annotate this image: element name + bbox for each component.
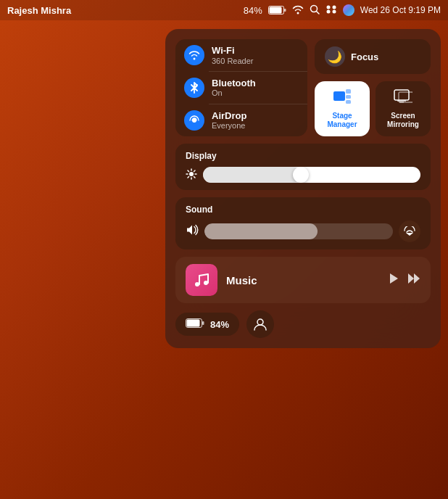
- brightness-fill: [203, 167, 301, 183]
- svg-rect-10: [333, 91, 345, 101]
- sound-section: Sound: [175, 197, 431, 249]
- bluetooth-item[interactable]: Bluetooth On: [175, 72, 307, 104]
- battery-icon: [268, 6, 286, 15]
- bluetooth-sub: On: [212, 88, 256, 98]
- battery-percentage: 84%: [244, 5, 262, 16]
- svg-rect-34: [187, 320, 200, 327]
- svg-line-23: [188, 170, 189, 172]
- bluetooth-text: Bluetooth On: [212, 78, 256, 99]
- brightness-slider[interactable]: [203, 167, 420, 183]
- focus-icon: 🌙: [325, 46, 345, 67]
- datetime: Wed 26 Oct 9:19 PM: [360, 5, 441, 15]
- svg-line-24: [194, 176, 196, 178]
- stage-manager-button[interactable]: StageManager: [315, 81, 370, 136]
- brightness-thumb: [293, 167, 309, 183]
- menubar-left: Rajesh Mishra: [7, 5, 71, 16]
- volume-icon: [186, 224, 199, 239]
- connectivity-block: Wi-Fi 360 Reader Bluetooth On: [175, 39, 307, 136]
- battery-widget-icon: [186, 318, 204, 330]
- svg-point-5: [326, 5, 330, 9]
- focus-button[interactable]: 🌙 Focus: [315, 39, 431, 74]
- right-col: 🌙 Focus StageManager: [315, 39, 431, 136]
- svg-point-8: [332, 9, 336, 13]
- svg-point-7: [326, 9, 330, 13]
- wifi-text: Wi-Fi 360 Reader: [212, 45, 254, 66]
- volume-fill: [204, 223, 318, 239]
- svg-rect-13: [346, 100, 351, 104]
- screen-mirroring-icon: [394, 88, 412, 109]
- airdrop-icon: [184, 110, 204, 131]
- svg-rect-12: [346, 95, 351, 99]
- stage-mirror-row: StageManager ScreenMirroring: [315, 81, 431, 136]
- fast-forward-button[interactable]: [407, 273, 420, 287]
- control-center-panel: Wi-Fi 360 Reader Bluetooth On: [165, 29, 441, 348]
- brightness-icon: [186, 168, 197, 182]
- wifi-item[interactable]: Wi-Fi 360 Reader: [175, 39, 307, 72]
- svg-marker-31: [414, 273, 420, 284]
- wifi-label: Wi-Fi: [212, 45, 254, 57]
- svg-rect-1: [284, 9, 286, 12]
- battery-widget[interactable]: 84%: [175, 313, 239, 336]
- username: Rajesh Mishra: [7, 5, 71, 16]
- sound-title: Sound: [186, 205, 420, 215]
- svg-rect-2: [269, 7, 281, 14]
- svg-marker-30: [408, 273, 414, 284]
- wifi-sub: 360 Reader: [212, 57, 254, 66]
- stage-manager-icon: [333, 88, 352, 109]
- music-controls: [389, 273, 420, 287]
- wifi-icon: [184, 45, 204, 65]
- user-icon-button[interactable]: [246, 310, 274, 338]
- stage-manager-label: StageManager: [327, 112, 357, 129]
- screen-mirroring-button[interactable]: ScreenMirroring: [376, 81, 431, 136]
- music-label: Music: [226, 274, 380, 286]
- airdrop-text: AirDrop Everyone: [212, 110, 246, 131]
- music-app-icon: [186, 264, 217, 296]
- svg-rect-11: [346, 89, 351, 94]
- svg-point-6: [332, 5, 336, 9]
- svg-point-28: [204, 281, 208, 285]
- display-slider-row: [186, 167, 420, 183]
- svg-point-27: [195, 282, 199, 286]
- battery-widget-label: 84%: [210, 319, 229, 330]
- airdrop-label: AirDrop: [212, 110, 246, 122]
- svg-rect-33: [202, 321, 204, 325]
- bluetooth-icon: [184, 78, 204, 98]
- top-section: Wi-Fi 360 Reader Bluetooth On: [175, 39, 431, 136]
- svg-point-35: [257, 319, 263, 325]
- sound-slider-row: [186, 220, 420, 242]
- svg-line-25: [194, 170, 196, 172]
- airdrop-sub: Everyone: [212, 121, 246, 131]
- volume-slider[interactable]: [204, 223, 393, 239]
- svg-point-18: [189, 172, 194, 176]
- airdrop-item[interactable]: AirDrop Everyone: [175, 104, 307, 137]
- control-center-icon[interactable]: [325, 4, 337, 17]
- wifi-menubar-icon[interactable]: [292, 4, 304, 17]
- svg-rect-14: [394, 90, 409, 100]
- airplay-button[interactable]: [399, 220, 420, 242]
- menubar: Rajesh Mishra 84%: [0, 0, 448, 20]
- search-icon[interactable]: [310, 4, 320, 17]
- menubar-right: 84%: [244, 4, 441, 17]
- svg-line-4: [316, 11, 319, 14]
- bottom-row: 84%: [175, 310, 431, 338]
- screen-mirroring-label: ScreenMirroring: [387, 112, 419, 129]
- svg-line-26: [188, 176, 189, 178]
- bluetooth-label: Bluetooth: [212, 78, 256, 89]
- siri-icon[interactable]: [343, 4, 354, 16]
- display-section: Display: [175, 144, 431, 190]
- focus-label: Focus: [351, 51, 378, 62]
- display-title: Display: [186, 151, 420, 161]
- svg-marker-29: [390, 273, 398, 284]
- play-button[interactable]: [389, 273, 399, 287]
- music-section[interactable]: Music: [175, 257, 431, 303]
